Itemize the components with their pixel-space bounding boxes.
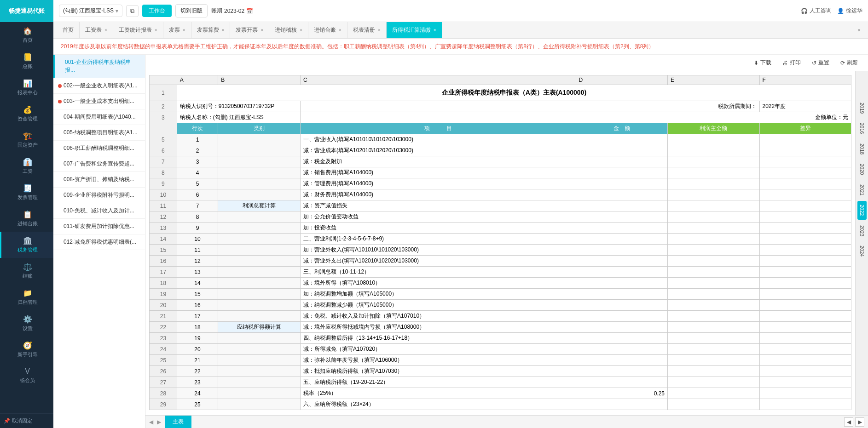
- left-panel-item-011[interactable]: 011-研发费用加计扣除优惠...: [53, 219, 145, 234]
- item-cell[interactable]: 减：销售费用(填写A104000): [301, 167, 576, 178]
- diff-cell[interactable]: [759, 256, 851, 267]
- amount-cell[interactable]: [576, 156, 667, 167]
- profit-cell[interactable]: [668, 388, 759, 399]
- diff-cell[interactable]: [759, 211, 851, 223]
- left-panel-item-012[interactable]: 012-减免所得税优惠明细表(...: [53, 234, 145, 250]
- amount-cell[interactable]: [576, 223, 667, 234]
- item-cell[interactable]: 减：抵扣应纳税所得额（填写A107030）: [301, 366, 576, 377]
- tab-tax-list[interactable]: 税表清册×: [347, 22, 387, 39]
- tab-invoice-calc[interactable]: 发票算费×: [191, 22, 231, 39]
- left-panel-item-007[interactable]: 007-广告费和业务宣传费超...: [53, 156, 145, 172]
- tab-salary[interactable]: 工资表×: [80, 22, 113, 39]
- amount-cell[interactable]: 0.25: [576, 388, 667, 399]
- copy-button[interactable]: ⧉: [126, 5, 139, 17]
- tab-salary-stats[interactable]: 工资统计报表×: [113, 22, 163, 39]
- close-tab-salary-stats[interactable]: ×: [155, 28, 157, 33]
- profit-cell[interactable]: [668, 256, 759, 267]
- left-panel-item-001[interactable]: 001-企业所得税年度纳税申报...: [53, 55, 145, 78]
- amount-cell[interactable]: [576, 167, 667, 178]
- scroll-left-btn[interactable]: ◀: [844, 417, 853, 427]
- ai-service[interactable]: 🎧 人工咨询: [801, 7, 832, 15]
- year-2022[interactable]: 2022: [857, 201, 867, 219]
- sidebar-item-salary[interactable]: 👔 工资: [0, 153, 53, 179]
- diff-cell[interactable]: [759, 366, 851, 377]
- diff-cell[interactable]: [759, 223, 851, 234]
- sidebar-item-tax[interactable]: 🏛️ 税务管理: [0, 232, 53, 258]
- tab-fapiao[interactable]: 发票×: [163, 22, 191, 39]
- diff-cell[interactable]: [759, 200, 851, 211]
- profit-cell[interactable]: [668, 344, 759, 355]
- sidebar-item-archive[interactable]: 📁 归档管理: [0, 284, 53, 310]
- diff-cell[interactable]: [759, 322, 851, 333]
- item-cell[interactable]: 减：纳税调整减少额（填写A105000）: [301, 300, 576, 311]
- amount-cell[interactable]: [576, 289, 667, 300]
- sidebar-item-guide[interactable]: 🧭 新手引导: [0, 337, 53, 363]
- profit-cell[interactable]: [668, 245, 759, 256]
- diff-cell[interactable]: [759, 145, 851, 156]
- print-button[interactable]: 🖨 打印: [780, 57, 804, 68]
- diff-cell[interactable]: [759, 333, 851, 344]
- sidebar-item-settings[interactable]: ⚙️ 设置: [0, 310, 53, 337]
- sidebar-item-member[interactable]: V 畅会员: [0, 363, 53, 388]
- item-cell[interactable]: 加：纳税调整增加额（填写A105000）: [301, 289, 576, 300]
- diff-cell[interactable]: [759, 134, 851, 145]
- diff-cell[interactable]: [759, 355, 851, 366]
- diff-cell[interactable]: [759, 178, 851, 189]
- amount-cell[interactable]: [576, 300, 667, 311]
- diff-cell[interactable]: [759, 311, 851, 322]
- tab-purchase-verify[interactable]: 进销稽核×: [269, 22, 308, 39]
- item-cell[interactable]: 减：境外所得（填写A108010）: [301, 278, 576, 289]
- diff-cell[interactable]: [759, 234, 851, 245]
- refresh-button[interactable]: ⟳ 刷新: [838, 57, 861, 68]
- amount-cell[interactable]: [576, 344, 667, 355]
- amount-cell[interactable]: [576, 178, 667, 189]
- profit-cell[interactable]: [668, 134, 759, 145]
- user-profile[interactable]: 👤 徐运华: [837, 7, 862, 15]
- close-tab-invoice-calc[interactable]: ×: [222, 28, 225, 33]
- left-panel-item-006[interactable]: 006-职工薪酬纳税调整明细...: [53, 141, 145, 156]
- amount-cell[interactable]: [576, 377, 667, 388]
- tab-purchase-ledger[interactable]: 进销台账×: [308, 22, 347, 39]
- item-cell[interactable]: 减：税金及附加: [301, 156, 576, 167]
- profit-cell[interactable]: [668, 211, 759, 223]
- left-panel-item-005[interactable]: 005-纳税调整项目明细表(A1...: [53, 125, 145, 141]
- sidebar-item-assets[interactable]: 🏗️ 固定资产: [0, 127, 53, 153]
- item-cell[interactable]: 减：营业外支出(填写A102010\102020\103000): [301, 256, 576, 267]
- left-panel-item-008[interactable]: 008-资产折旧、摊销及纳税...: [53, 172, 145, 188]
- amount-cell[interactable]: [576, 145, 667, 156]
- profit-cell[interactable]: [668, 234, 759, 245]
- profit-cell[interactable]: [668, 289, 759, 300]
- year-2023[interactable]: 2023: [857, 222, 867, 240]
- close-tab-purchase-ledger[interactable]: ×: [339, 28, 341, 33]
- amount-cell[interactable]: [576, 234, 667, 245]
- switch-version-button[interactable]: 切到旧版: [175, 4, 208, 17]
- left-panel-item-002[interactable]: 002-一般企业收入明细表(A1...: [53, 78, 145, 94]
- profit-cell[interactable]: [668, 167, 759, 178]
- profit-cell[interactable]: [668, 223, 759, 234]
- diff-cell[interactable]: [759, 167, 851, 178]
- amount-cell[interactable]: [576, 211, 667, 223]
- diff-cell[interactable]: [759, 399, 851, 410]
- amount-cell[interactable]: [576, 256, 667, 267]
- item-cell[interactable]: 减：管理费用(填写A104000): [301, 178, 576, 189]
- amount-cell[interactable]: [576, 399, 667, 410]
- item-cell[interactable]: 税率（25%）: [301, 388, 576, 399]
- profit-cell[interactable]: [668, 366, 759, 377]
- left-panel-item-009[interactable]: 009-企业所得税附补亏损明...: [53, 188, 145, 203]
- sidebar-item-funds[interactable]: 💰 资金管理: [0, 101, 53, 127]
- close-tab-tax-list[interactable]: ×: [378, 28, 381, 33]
- amount-cell[interactable]: [576, 189, 667, 200]
- profit-cell[interactable]: [668, 322, 759, 333]
- item-cell[interactable]: 减：境外应税所得抵减境内亏损（填写A108000）: [301, 322, 576, 333]
- amount-cell[interactable]: [576, 278, 667, 289]
- amount-cell[interactable]: [576, 267, 667, 278]
- sheet-nav-right[interactable]: ▶: [157, 419, 161, 425]
- item-cell[interactable]: 五、应纳税所得额（19-20-21-22）: [301, 377, 576, 388]
- sheet-tab-main[interactable]: 主表: [165, 416, 191, 428]
- diff-cell[interactable]: [759, 388, 851, 399]
- item-cell[interactable]: 减：财务费用(填写A104000): [301, 189, 576, 200]
- year-2020[interactable]: 2020: [857, 160, 867, 178]
- amount-cell[interactable]: [576, 355, 667, 366]
- amount-cell[interactable]: [576, 311, 667, 322]
- company-selector[interactable]: (勾删) 江西服宝-LSS ▾: [59, 5, 122, 17]
